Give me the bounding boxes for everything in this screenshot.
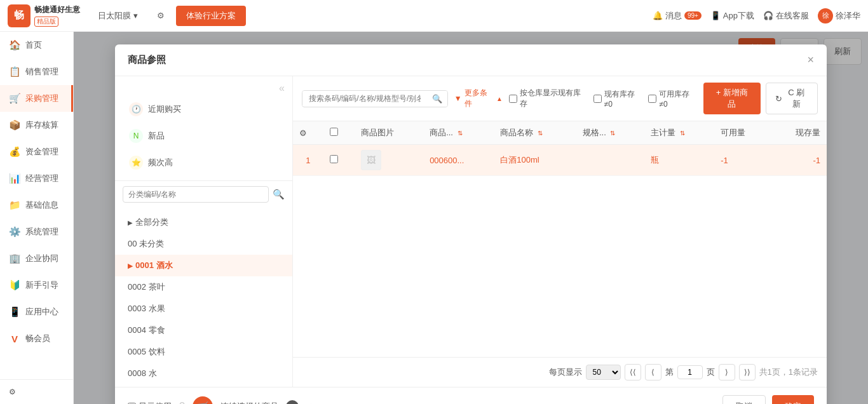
- per-page-select[interactable]: 50 20 100: [586, 365, 621, 380]
- col-checkbox[interactable]: [323, 121, 355, 145]
- product-search-wrap: 🔍: [302, 90, 448, 107]
- cancel-button[interactable]: 取消: [722, 395, 766, 404]
- warehouse-checkbox[interactable]: [509, 95, 517, 103]
- cell-code: 000600...: [423, 145, 494, 176]
- frequent-icon: ⭐: [129, 156, 143, 170]
- table-row[interactable]: 1 🖼 000600... 白酒100ml: [293, 145, 827, 176]
- available-stock-checkbox[interactable]: [648, 95, 656, 103]
- cart-icon[interactable]: 🛒: [193, 396, 213, 404]
- category-00[interactable]: 00 未分类: [115, 233, 292, 255]
- purchase-icon: 🛒: [9, 93, 20, 104]
- category-0008[interactable]: 0008 水: [115, 363, 292, 384]
- category-search-input[interactable]: [123, 186, 269, 203]
- page-number-input[interactable]: [677, 365, 703, 379]
- help-icon[interactable]: ?: [179, 401, 185, 404]
- sidebar-item-member[interactable]: V 畅会员: [0, 325, 73, 352]
- system-icon: ⚙️: [9, 226, 20, 238]
- product-search-icon[interactable]: 🔍: [427, 91, 447, 107]
- col-settings[interactable]: ⚙: [293, 121, 323, 145]
- col-available: 可用量: [714, 121, 770, 145]
- select-all-checkbox[interactable]: [330, 128, 338, 136]
- right-panel: 🔍 ▼ 更多条件 ▲ 按仓库显示现有库存: [293, 76, 827, 387]
- category-0005[interactable]: 0005 饮料: [115, 341, 292, 363]
- user-menu-button[interactable]: 徐 徐泽华: [818, 8, 860, 24]
- settings-icon[interactable]: ⚙: [151, 6, 171, 26]
- next-page-button[interactable]: ⟩: [719, 364, 735, 380]
- sidebar-item-home[interactable]: 🏠 首页: [0, 32, 73, 58]
- sidebar-item-guide[interactable]: 🔰 新手引导: [0, 272, 73, 299]
- sidebar-item-label: 首页: [25, 39, 42, 51]
- sort-icon: ⇅: [458, 130, 463, 137]
- online-service-button[interactable]: 🎧 在线客服: [763, 10, 809, 22]
- show-disabled-checkbox-label[interactable]: 显示停用: [128, 401, 172, 404]
- modal-close-button[interactable]: ×: [807, 53, 814, 67]
- existing-stock-checkbox-label[interactable]: 现有库存≠0: [593, 89, 642, 109]
- refresh-button[interactable]: ↻ C 刷新: [766, 83, 818, 114]
- sidebar: 🏠 首页 📋 销售管理 🛒 采购管理 📦 库存核算 💰 资金管理 📊 经营管理 …: [0, 32, 74, 404]
- sidebar-bottom-settings[interactable]: ⚙: [0, 380, 73, 404]
- pagination: 每页显示 50 20 100 ⟨⟨ ⟨ 第 页 ⟩ ⟩⟩ 共1页，1条: [293, 357, 827, 387]
- col-name[interactable]: 商品名称 ⇅: [494, 121, 576, 145]
- notifications-button[interactable]: 🔔 消息 99+: [653, 10, 702, 22]
- collapse-icon[interactable]: ▲: [306, 401, 316, 404]
- col-code[interactable]: 商品... ⇅: [423, 121, 494, 145]
- sidebar-item-finance[interactable]: 💰 资金管理: [0, 138, 73, 165]
- phone-icon: 📱: [710, 11, 721, 20]
- trial-industry-button[interactable]: 体验行业方案: [176, 6, 246, 26]
- app-download-button[interactable]: 📱 App下载: [710, 10, 754, 22]
- top-nav: 畅 畅捷通好生意 精品版 日太阳膜 ▾ ⚙ 体验行业方案 🔔 消息 99+ 📱 …: [0, 0, 868, 32]
- sidebar-item-purchase[interactable]: 🛒 采购管理: [0, 85, 73, 112]
- category-0003[interactable]: 0003 水果: [115, 298, 292, 320]
- sidebar-item-sales[interactable]: 📋 销售管理: [0, 58, 73, 85]
- nav-center: 日太阳膜 ▾ ⚙ 体验行业方案: [90, 6, 653, 26]
- prev-page-button[interactable]: ⟨: [645, 364, 661, 380]
- arrow-icon: ▶: [128, 262, 133, 269]
- sidebar-item-enterprise[interactable]: 🏢 企业协同: [0, 245, 73, 272]
- cell-available: -1: [714, 145, 770, 176]
- sidebar-item-system[interactable]: ⚙️ 系统管理: [0, 219, 73, 245]
- add-product-button[interactable]: + 新增商品: [703, 83, 760, 114]
- filter-actions: + 新增商品 ↻ C 刷新: [703, 83, 818, 114]
- category-0001[interactable]: ▶ 0001 酒水: [115, 255, 292, 276]
- sidebar-item-inventory[interactable]: 📦 库存核算: [0, 112, 73, 138]
- member-icon: V: [9, 333, 20, 344]
- last-page-button[interactable]: ⟩⟩: [739, 364, 756, 380]
- warehouse-checkbox-label[interactable]: 按仓库显示现有库存: [509, 88, 587, 109]
- existing-stock-checkbox[interactable]: [593, 95, 602, 103]
- sidebar-item-apps[interactable]: 📱 应用中心: [0, 299, 73, 325]
- col-spec[interactable]: 规格... ⇅: [576, 121, 644, 145]
- cell-name: 白酒100ml: [494, 145, 576, 176]
- collapse-panel-button[interactable]: «: [279, 83, 285, 94]
- category-0004[interactable]: 0004 零食: [115, 320, 292, 341]
- new-product-item[interactable]: N 新品: [123, 125, 285, 147]
- confirm-button[interactable]: 确定: [772, 395, 814, 404]
- logo-icon: 畅: [8, 4, 31, 27]
- arrow-icon: ▶: [128, 219, 133, 226]
- product-search-input[interactable]: [302, 91, 427, 106]
- recent-purchase-item[interactable]: 🕐 近期购买: [123, 98, 285, 121]
- basic-icon: 📁: [9, 199, 20, 211]
- product-reference-modal: 商品参照 × « 🕐 近期购买: [115, 44, 827, 404]
- category-all[interactable]: ▶ 全部分类: [115, 212, 292, 233]
- row-checkbox[interactable]: [330, 155, 338, 163]
- category-search-icon[interactable]: 🔍: [273, 189, 285, 200]
- first-page-button[interactable]: ⟨⟨: [625, 364, 641, 380]
- modal-footer: 显示停用 ? 🛒 连续选择的商品 0 ▲ 取消 确定: [115, 387, 827, 404]
- sidebar-item-label: 畅会员: [25, 333, 50, 344]
- sidebar-item-basic[interactable]: 📁 基础信息: [0, 192, 73, 219]
- operation-icon: 📊: [9, 173, 20, 184]
- sidebar-item-label: 新手引导: [25, 279, 58, 291]
- frequent-item[interactable]: ⭐ 频次高: [123, 151, 285, 174]
- table-header-row: ⚙ 商品图片 商品... ⇅ 商品名称 ⇅: [293, 121, 827, 145]
- col-unit[interactable]: 主计量 ⇅: [644, 121, 714, 145]
- sidebar-item-operation[interactable]: 📊 经营管理: [0, 165, 73, 192]
- sidebar-item-label: 基础信息: [25, 199, 58, 211]
- available-stock-checkbox-label[interactable]: 可用库存≠0: [648, 89, 697, 109]
- recent-icon: 🕐: [129, 102, 143, 116]
- more-conditions-button[interactable]: ▼ 更多条件 ▲: [454, 88, 503, 109]
- category-0002[interactable]: 0002 茶叶: [115, 276, 292, 298]
- cell-checkbox[interactable]: [323, 145, 355, 176]
- nav-dropdown-branch[interactable]: 日太阳膜 ▾: [90, 6, 146, 25]
- inventory-icon: 📦: [9, 119, 20, 131]
- main-content: 查询 设置 刷新 商品参照 × «: [74, 32, 868, 404]
